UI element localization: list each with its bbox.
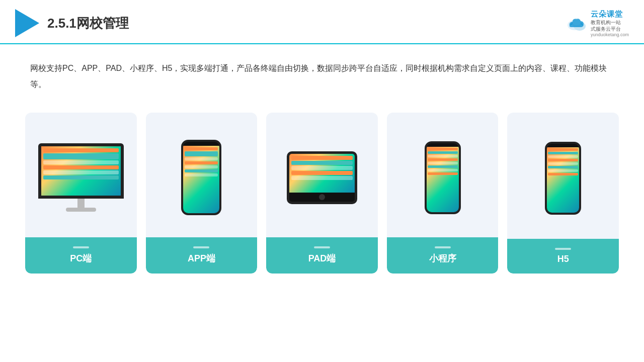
screen-bar-5	[43, 170, 119, 174]
logo-triangle-icon	[15, 9, 39, 37]
brand-name: 云朵课堂	[591, 10, 623, 19]
pad-image-area	[266, 113, 378, 237]
mini-bar-3	[428, 155, 458, 157]
mini-notch-1	[437, 143, 448, 147]
pc-card: PC端	[25, 113, 137, 274]
description-content: 网校支持PC、APP、PAD、小程序、H5，实现多端打通，产品各终端自由切换，数…	[30, 64, 607, 88]
tablet-mockup	[287, 151, 357, 204]
pc-monitor-mockup	[38, 143, 124, 212]
monitor-base	[66, 208, 96, 212]
phone-bar-5	[185, 165, 218, 168]
app-card-label: APP端	[146, 237, 258, 274]
brand-logo: 云朵课堂 教育机构一站 式服务云平台 yunduoketang.com	[566, 10, 629, 37]
phone-bar-6	[185, 169, 218, 172]
pc-image-area	[25, 113, 137, 237]
mini-bar-4	[428, 158, 458, 161]
screen-bar-1	[43, 148, 119, 152]
tablet-bar-2	[291, 161, 353, 165]
h5-card-label: H5	[507, 239, 619, 274]
mini-notch-2	[557, 144, 569, 147]
mini-bar-5	[428, 162, 458, 164]
tablet-bar-5	[291, 176, 353, 180]
h5-image-area	[507, 113, 619, 239]
mini-screen-1	[427, 147, 459, 212]
app-image-area	[146, 113, 258, 237]
brand-sub-line1: 教育机构一站	[591, 19, 621, 26]
mini-program-card-label: 小程序	[387, 237, 499, 274]
page-title: 2.5.1网校管理	[47, 15, 129, 32]
pad-card: PAD端	[266, 113, 378, 274]
phone-bar-3	[185, 157, 218, 160]
tablet-bar-1	[291, 156, 353, 160]
h5-bar-1	[548, 148, 578, 151]
h5-bar-4	[548, 159, 578, 161]
h5-bar-3	[548, 155, 578, 158]
mini-bar-6	[428, 165, 458, 168]
h5-card: H5	[507, 113, 619, 274]
page-header: 2.5.1网校管理 云朵课堂 教育机构一站 式服务云平台 yunduoketan…	[0, 0, 644, 44]
monitor-screen	[38, 143, 124, 199]
screen-bar-4	[43, 165, 119, 169]
mini-phone-mockup-1	[425, 141, 461, 214]
device-cards-container: PC端 APP端	[0, 103, 644, 284]
tablet-screen	[289, 154, 355, 193]
tablet-body	[287, 151, 357, 204]
phone-bar-7	[185, 173, 218, 176]
pc-card-label: PC端	[25, 237, 137, 274]
screen-bar-2	[43, 153, 119, 159]
mini-bar-7	[428, 169, 458, 171]
mini-bar-1	[428, 148, 458, 150]
phone-mockup	[181, 140, 221, 215]
tablet-bar-3	[291, 166, 353, 170]
brand-sub-line2: 式服务云平台	[591, 26, 621, 32]
cloud-icon	[566, 15, 588, 31]
monitor-screen-inner	[41, 146, 121, 196]
mini-program-image-area	[387, 113, 499, 237]
app-card: APP端	[146, 113, 258, 274]
mini-program-card: 小程序	[387, 113, 499, 274]
phone-bar-1	[185, 147, 218, 150]
h5-bar-7	[548, 169, 578, 172]
phone-bar-4	[185, 161, 218, 164]
phone-bar-2	[185, 151, 218, 156]
description-text: 网校支持PC、APP、PAD、小程序、H5，实现多端打通，产品各终端自由切换，数…	[0, 44, 644, 103]
h5-bar-5	[548, 162, 578, 165]
tablet-bar-4	[291, 171, 353, 175]
brand-url: yunduoketang.com	[591, 32, 629, 37]
screen-bar-6	[43, 175, 119, 179]
h5-bar-8	[548, 173, 578, 175]
phone-screen	[183, 146, 219, 213]
mini-bar-2	[428, 151, 458, 154]
monitor-neck	[77, 199, 85, 208]
mini-bar-8	[428, 172, 458, 175]
h5-bar-2	[548, 152, 578, 154]
header-left: 2.5.1网校管理	[15, 9, 129, 37]
screen-bar-3	[43, 160, 119, 164]
mini-screen-2	[547, 147, 579, 213]
tablet-home-button	[319, 194, 325, 200]
pad-card-label: PAD端	[266, 237, 378, 274]
mini-phone-mockup-2	[545, 142, 581, 215]
phone-notch	[194, 142, 208, 146]
h5-bar-6	[548, 166, 578, 168]
brand-text: 云朵课堂 教育机构一站 式服务云平台 yunduoketang.com	[591, 10, 629, 37]
phone-body	[181, 140, 221, 215]
